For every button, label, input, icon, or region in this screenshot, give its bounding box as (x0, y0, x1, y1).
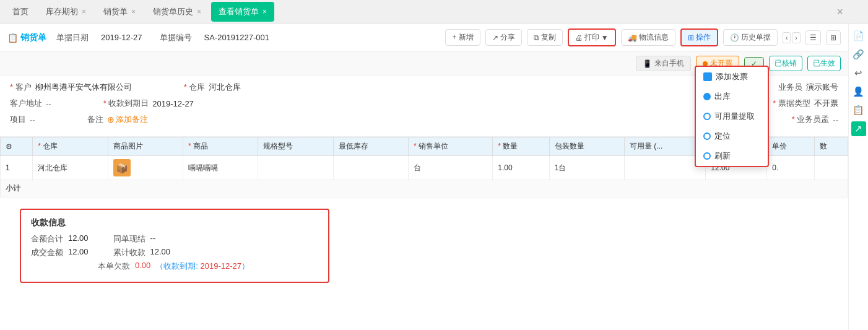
logistics-icon: 🚚 (628, 33, 637, 42)
add-invoice-label: 添加发票 (716, 71, 748, 82)
tab-sales-history[interactable]: 销货单历史 × (145, 2, 209, 22)
deal-value: 12.00 (68, 247, 89, 258)
staff-field: 业务员 演示账号 (778, 82, 838, 93)
sidebar-clipboard-icon[interactable]: 📋 (851, 103, 866, 118)
ticket-type-field: 票据类型 不开票 (773, 98, 838, 109)
col-gear[interactable]: ⚙ (1, 137, 33, 156)
project-value: -- (30, 115, 35, 124)
sidebar-user-icon[interactable]: 👤 (851, 84, 866, 99)
already-effective-button[interactable]: 已生效 (807, 56, 841, 71)
staff-label: 业务员 (778, 82, 802, 93)
sidebar-doc-icon[interactable]: 📄 (851, 28, 866, 43)
dropdown-locate[interactable]: 定位 (696, 126, 768, 146)
outbound-icon (703, 93, 711, 100)
staff-value: 演示账号 (806, 82, 838, 93)
cell-product: 嗝嗝嗝嗝 (183, 156, 258, 180)
prev-arrow[interactable]: ‹ (783, 32, 791, 43)
dropdown-refresh[interactable]: 刷新 (696, 146, 768, 166)
share-icon: ↗ (492, 33, 498, 42)
col-qty: 数量 (493, 137, 549, 156)
tab-home-label: 首页 (12, 6, 28, 17)
already-cancelled-button[interactable]: 已核销 (769, 56, 802, 71)
tab-home[interactable]: 首页 (5, 2, 36, 22)
tab-view-sales-close[interactable]: × (263, 7, 267, 16)
col-product: 商品 (183, 137, 258, 156)
from-phone-button[interactable]: 📱 来自手机 (636, 56, 691, 71)
col-min-stock: 最低库存 (333, 137, 408, 156)
tab-view-sales-label: 查看销货单 (219, 6, 259, 17)
share-button[interactable]: ↗ 分享 (485, 29, 522, 46)
total-item: 金额合计 12.00 (31, 233, 89, 245)
list-view-button[interactable]: ☰ (805, 30, 821, 45)
dropdown-take-available[interactable]: 可用量提取 (696, 106, 768, 126)
grid-view-button[interactable]: ⊞ (826, 30, 841, 45)
cell-seq: 1 (1, 156, 33, 180)
tab-sales[interactable]: 销货单 × (96, 2, 143, 22)
cumulative-value: 12.00 (150, 247, 171, 258)
doc-title-icon: 📋 (7, 33, 18, 43)
right-sidebar: 📄 🔗 ↩ 👤 📋 ↗ (848, 24, 868, 330)
dropdown-outbound[interactable]: 出库 (696, 87, 768, 106)
copy-button[interactable]: ⧉ 复制 (527, 29, 563, 46)
cell-pkg-qty: 1台 (549, 156, 624, 180)
col-pkg-qty: 包装数量 (549, 137, 624, 156)
ticket-type-value: 不开票 (814, 98, 838, 109)
operate-button[interactable]: ⊞ 操作 (680, 28, 718, 46)
tab-sales-close[interactable]: × (131, 7, 136, 16)
cell-min-stock (333, 156, 408, 180)
next-arrow[interactable]: › (792, 32, 801, 43)
col-spec: 规格型号 (258, 137, 333, 156)
doc-number-value: SA-20191227-001 (204, 33, 270, 42)
doc-meta: 单据日期 2019-12-27 单据编号 SA-20191227-001 (56, 32, 269, 43)
cumulative-item: 累计收款 12.00 (113, 247, 171, 258)
operate-icon: ⊞ (688, 33, 694, 42)
new-button[interactable]: + 新增 (445, 29, 480, 46)
tab-bar-close-button[interactable]: × (836, 5, 843, 18)
address-label: 客户地址 (10, 98, 42, 109)
print-button[interactable]: 🖨 打印 ▼ (568, 28, 616, 46)
tab-sales-history-close[interactable]: × (197, 7, 201, 16)
locate-icon (703, 132, 711, 140)
product-image: 📦 (113, 159, 131, 176)
customer-field: 客户 柳州粤港平安气体有限公司 (10, 82, 132, 93)
due-note: （收款到期: 2019-12-27） (155, 261, 250, 272)
sidebar-expand-icon[interactable]: ↗ (851, 121, 866, 136)
cell-spec (258, 156, 333, 180)
tab-inventory[interactable]: 库存期初 × (38, 2, 93, 22)
take-available-label: 可用量提取 (714, 111, 755, 122)
cell-unit: 台 (408, 156, 492, 180)
sidebar-link-icon[interactable]: 🔗 (851, 47, 866, 62)
due-date-field: 收款到期日 2019-12-27 (103, 98, 194, 109)
logistics-button[interactable]: 🚚 物流信息 (621, 29, 675, 46)
tab-view-sales[interactable]: 查看销货单 × (211, 2, 274, 22)
history-button[interactable]: 🕐 历史单据 (723, 29, 778, 46)
refresh-icon (703, 152, 711, 160)
col-unit: 销售单位 (408, 137, 492, 156)
phone-icon: 📱 (643, 59, 652, 68)
remark-add-button[interactable]: ⊕ 添加备注 (107, 114, 148, 125)
staff2-field: 业务员孟 -- (792, 114, 838, 125)
main-content: 📋 销货单 单据日期 2019-12-27 单据编号 SA-20191227-0… (0, 24, 868, 330)
due-date: 2019-12-27 (201, 261, 242, 271)
deal-label: 成交金额 (31, 247, 63, 258)
cumulative-label: 累计收款 (113, 247, 145, 258)
dropdown-add-invoice[interactable]: 添加发票 (696, 67, 768, 87)
settlement-item: 同单现结 -- (113, 233, 156, 245)
nav-arrows: ‹ › (783, 32, 801, 43)
cell-amount (814, 156, 848, 180)
cell-img: 📦 (108, 156, 183, 180)
doc-date-value: 2019-12-27 (101, 33, 142, 42)
sidebar-back-icon[interactable]: ↩ (851, 66, 866, 80)
settlement-value: -- (150, 233, 156, 245)
tab-inventory-close[interactable]: × (82, 7, 86, 16)
payment-row-1: 金额合计 12.00 同单现结 -- (31, 233, 318, 245)
gear-icon: ⚙ (6, 142, 12, 151)
cell-warehouse: 河北仓库 (33, 156, 108, 180)
locate-label: 定位 (714, 131, 731, 142)
payment-row-3: 本单欠款 0.00 （收款到期: 2019-12-27） (31, 261, 318, 272)
copy-icon: ⧉ (534, 33, 539, 42)
warehouse-value: 河北仓库 (209, 82, 241, 93)
plus-icon: ⊕ (107, 115, 115, 124)
due-date-value: 2019-12-27 (152, 99, 194, 108)
settlement-label: 同单现结 (113, 233, 145, 245)
